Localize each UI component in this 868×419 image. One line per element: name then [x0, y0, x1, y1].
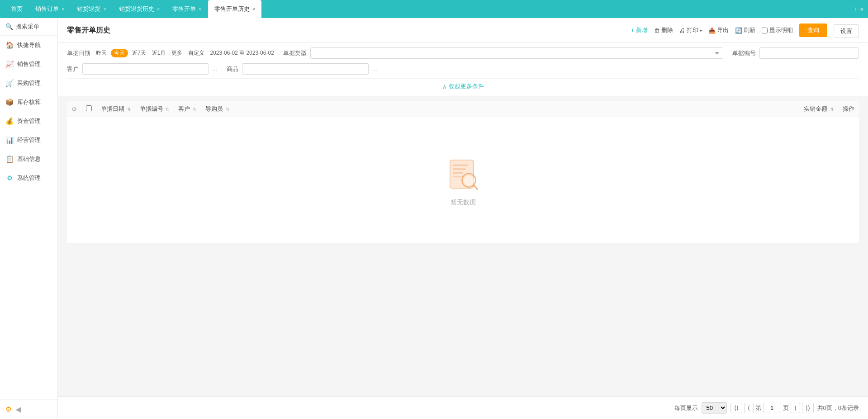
table-header-row: ⚙ 单据日期 ⇅ 单据编号 ⇅: [67, 101, 859, 117]
main-layout: 🔍 搜索采单 🏠 快捷导航 📈 销售管理 🛒 采购管理 📦 库存核算 💰 资金管…: [0, 18, 868, 419]
col-number-sort-icon[interactable]: ⇅: [166, 107, 169, 112]
col-customer-header: 客户 ⇅: [174, 101, 201, 117]
svg-rect-2: [452, 168, 465, 169]
date-range: 2023-06-02 至 2023-06-02: [210, 49, 274, 57]
first-page-btn[interactable]: ⟨⟨: [730, 403, 742, 413]
goods-label: 商品: [227, 65, 238, 73]
tab-sales-order[interactable]: 销售订单 ×: [29, 0, 71, 18]
number-input[interactable]: [759, 47, 859, 59]
sidebar-item-basic-info[interactable]: 📋 基础信息: [0, 150, 57, 169]
sidebar-item-system[interactable]: ⚙ 系统管理: [0, 169, 57, 188]
delete-label: 删除: [661, 26, 673, 34]
inventory-icon: 📦: [5, 98, 14, 106]
tab-sales-order-close[interactable]: ×: [62, 6, 64, 12]
refresh-label: 刷新: [744, 26, 755, 34]
refresh-button[interactable]: 🔄 刷新: [735, 26, 755, 34]
prev-page-btn[interactable]: ⟨: [744, 403, 754, 413]
query-button[interactable]: 查询: [799, 24, 827, 37]
export-button[interactable]: 📤 导出: [708, 26, 729, 34]
tab-sales-return-history-label: 销货退货历史: [119, 5, 154, 13]
page-title: 零售开单历史: [67, 26, 110, 35]
show-detail-checkbox[interactable]: [762, 28, 768, 33]
next-page-btn[interactable]: ⟩: [791, 403, 800, 413]
show-detail-checkbox-label[interactable]: 显示明细: [762, 26, 793, 34]
finance-icon: 💰: [5, 117, 14, 125]
print-button[interactable]: 🖨 打印 ▾: [679, 26, 702, 34]
filter-row-1: 单据日期 昨天 今天 近7天 近1月 更多 自定义 2023-06-02 至 2…: [67, 47, 859, 59]
page-number-input[interactable]: [763, 403, 781, 413]
tab-retail-open-history-close[interactable]: ×: [252, 6, 255, 12]
filter-customer-group: 客户 ...: [67, 63, 218, 75]
tab-retail-open-history-label: 零售开单历史: [214, 5, 250, 13]
type-select[interactable]: [310, 47, 723, 59]
select-all-checkbox[interactable]: [86, 105, 92, 111]
page-prefix-label: 第: [755, 404, 761, 412]
sidebar-item-purchase-mgmt[interactable]: 🛒 采购管理: [0, 74, 57, 93]
tab-home[interactable]: 首页: [5, 0, 29, 18]
tab-sales-return-close[interactable]: ×: [103, 6, 106, 12]
tab-retail-open[interactable]: 零售开单 ×: [166, 0, 208, 18]
sidebar-item-quick-nav[interactable]: 🏠 快捷导航: [0, 36, 57, 55]
tab-sales-return[interactable]: 销货退货 ×: [71, 0, 112, 18]
tab-sales-return-label: 销货退货: [77, 5, 100, 13]
sidebar-gear-icon[interactable]: ⚙: [5, 405, 12, 414]
sidebar-item-system-label: 系统管理: [17, 174, 41, 182]
empty-text: 暂无数据: [451, 198, 476, 207]
date-opt-more[interactable]: 更多: [170, 49, 184, 57]
sidebar-item-finance[interactable]: 💰 资金管理: [0, 112, 57, 131]
svg-point-6: [464, 175, 474, 185]
goods-dots[interactable]: ...: [372, 66, 377, 72]
svg-line-7: [474, 185, 477, 189]
sidebar-item-operations[interactable]: 📊 经营管理: [0, 131, 57, 150]
table-head: ⚙ 单据日期 ⇅ 单据编号 ⇅: [67, 101, 859, 117]
restore-btn[interactable]: □: [852, 6, 856, 13]
date-opt-1month[interactable]: 近1月: [150, 49, 168, 57]
svg-rect-1: [452, 165, 467, 166]
date-options: 昨天 今天 近7天 近1月 更多 自定义: [94, 49, 206, 57]
date-opt-today[interactable]: 今天: [111, 49, 128, 57]
filter-date-group: 单据日期 昨天 今天 近7天 近1月 更多 自定义 2023-06-02 至 2…: [67, 49, 274, 57]
delete-button[interactable]: 🗑 删除: [654, 26, 673, 34]
tab-sales-return-history[interactable]: 销货退货历史 ×: [113, 0, 166, 18]
col-customer-label: 客户: [178, 105, 190, 112]
tab-retail-open-history[interactable]: 零售开单历史 ×: [208, 0, 261, 18]
per-page-select[interactable]: 50 100 200: [702, 402, 727, 414]
print-icon: 🖨: [679, 27, 685, 34]
sidebar-item-sales-mgmt[interactable]: 📈 销售管理: [0, 55, 57, 74]
col-settings-icon[interactable]: ⚙: [71, 106, 77, 113]
sidebar-bottom: ⚙ ◀: [0, 399, 57, 419]
sidebar-item-inventory[interactable]: 📦 库存核算: [0, 93, 57, 112]
add-button[interactable]: + 新增: [631, 26, 648, 34]
customer-input[interactable]: [82, 63, 209, 75]
sidebar: 🔍 搜索采单 🏠 快捷导航 📈 销售管理 🛒 采购管理 📦 库存核算 💰 资金管…: [0, 18, 58, 419]
close-btn[interactable]: ×: [860, 6, 863, 13]
date-opt-yesterday[interactable]: 昨天: [94, 49, 109, 57]
number-label: 单据编号: [732, 49, 756, 57]
tab-sales-return-history-close[interactable]: ×: [157, 6, 160, 12]
filter-row-2: 客户 ... 商品 ...: [67, 63, 859, 75]
tab-sales-order-label: 销售订单: [35, 5, 59, 13]
col-amount-header: 实销金额 ⇅: [799, 101, 838, 117]
setting-button[interactable]: 设置: [834, 24, 859, 38]
per-page-label: 每页显示: [674, 404, 698, 412]
quick-nav-icon: 🏠: [5, 41, 14, 49]
operations-icon: 📊: [5, 136, 14, 144]
tab-retail-open-close[interactable]: ×: [199, 6, 201, 12]
sidebar-collapse-icon[interactable]: ◀: [15, 405, 21, 414]
sidebar-search[interactable]: 🔍 搜索采单: [0, 18, 57, 36]
last-page-btn[interactable]: ⟩⟩: [802, 403, 814, 413]
collapse-filter-row: ∧ 收起更多条件: [67, 78, 859, 96]
collapse-filter-btn[interactable]: ∧ 收起更多条件: [442, 80, 484, 92]
col-amount-sort-icon[interactable]: ⇅: [830, 107, 834, 112]
page-nav: ⟨⟨ ⟨ 第 页 ⟩ ⟩⟩: [730, 403, 814, 413]
col-number-label: 单据编号: [140, 105, 163, 112]
col-guide-sort-icon[interactable]: ⇅: [226, 107, 229, 112]
customer-dots[interactable]: ...: [213, 66, 218, 72]
sidebar-item-inventory-label: 库存核算: [17, 98, 41, 106]
page-suffix-label: 页: [783, 404, 789, 412]
col-customer-sort-icon[interactable]: ⇅: [193, 107, 196, 112]
goods-input[interactable]: [242, 63, 369, 75]
col-date-sort-icon[interactable]: ⇅: [127, 107, 131, 112]
date-opt-7days[interactable]: 近7天: [130, 49, 148, 57]
date-opt-custom[interactable]: 自定义: [186, 49, 206, 57]
